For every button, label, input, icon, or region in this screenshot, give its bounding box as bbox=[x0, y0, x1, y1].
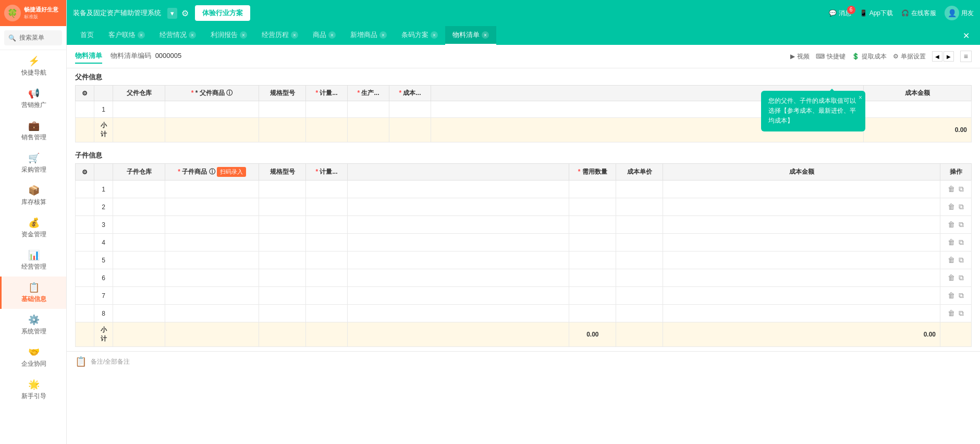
child-row6-delete-button[interactable]: 🗑 bbox=[947, 272, 956, 283]
sidebar-item-quick-nav[interactable]: ⚡ 快捷导航 bbox=[0, 50, 66, 82]
sidebar-item-sales[interactable]: 💼 销售管理 bbox=[0, 115, 66, 147]
child-row7-product[interactable] bbox=[165, 287, 259, 305]
child-row6-unit[interactable] bbox=[306, 269, 348, 287]
tooltip-close-button[interactable]: × bbox=[859, 93, 862, 103]
child-row5-copy-button[interactable]: ⧉ bbox=[958, 255, 965, 266]
tab-customers[interactable]: 客户联络 × bbox=[101, 26, 152, 45]
system-dropdown-button[interactable]: ▾ bbox=[167, 8, 177, 19]
tab-barcode-close[interactable]: × bbox=[431, 31, 438, 39]
parent-col-gear[interactable]: ⚙ bbox=[76, 86, 94, 101]
sidebar-item-finance[interactable]: 💰 资金管理 bbox=[0, 212, 66, 244]
child-row2-unitcost[interactable] bbox=[616, 198, 663, 216]
trial-button[interactable]: 体验行业方案 bbox=[195, 5, 250, 21]
child-row8-unit[interactable] bbox=[306, 305, 348, 322]
tab-customers-close[interactable]: × bbox=[138, 31, 145, 39]
child-row4-qty[interactable] bbox=[569, 234, 616, 251]
tab-bom-close[interactable]: × bbox=[482, 31, 489, 39]
sub-tab-bom-code[interactable]: 物料清单编码 0000005 bbox=[111, 49, 181, 64]
child-row5-warehouse[interactable] bbox=[113, 251, 165, 269]
child-row3-spec[interactable] bbox=[259, 216, 306, 234]
child-row2-warehouse[interactable] bbox=[113, 198, 165, 216]
child-row2-copy-button[interactable]: ⧉ bbox=[958, 201, 965, 212]
child-row6-product[interactable] bbox=[165, 269, 259, 287]
single-settings-action[interactable]: ⚙ 单据设置 bbox=[893, 52, 926, 61]
message-button[interactable]: 💬 消息 6 bbox=[829, 9, 851, 18]
tab-barcode[interactable]: 条码方案 × bbox=[394, 26, 445, 45]
child-row7-copy-button[interactable]: ⧉ bbox=[958, 290, 965, 301]
child-row8-spec[interactable] bbox=[259, 305, 306, 322]
child-row2-qty[interactable] bbox=[569, 198, 616, 216]
close-all-tabs-button[interactable]: ✕ bbox=[959, 29, 974, 43]
parent-row1-unit[interactable] bbox=[306, 101, 348, 118]
sub-tab-bom-list[interactable]: 物料清单 bbox=[75, 49, 102, 64]
child-row5-unit[interactable] bbox=[306, 251, 348, 269]
user-button[interactable]: 👤 用友 bbox=[945, 6, 974, 20]
sidebar-item-purchase[interactable]: 🛒 采购管理 bbox=[0, 147, 66, 179]
child-row3-unit[interactable] bbox=[306, 216, 348, 234]
child-row5-unitcost[interactable] bbox=[616, 251, 663, 269]
child-row1-copy-button[interactable]: ⧉ bbox=[958, 184, 965, 195]
parent-row1-product[interactable] bbox=[165, 101, 259, 118]
tab-history-close[interactable]: × bbox=[291, 31, 298, 39]
tab-next-button[interactable]: ▶ bbox=[944, 51, 954, 62]
parent-row1-spec[interactable] bbox=[259, 101, 306, 118]
child-row4-spec[interactable] bbox=[259, 234, 306, 251]
tab-operations[interactable]: 经营情况 × bbox=[152, 26, 203, 45]
app-download-button[interactable]: 📱 App下载 bbox=[860, 9, 893, 18]
child-col-gear[interactable]: ⚙ bbox=[76, 164, 94, 181]
child-row8-product[interactable] bbox=[165, 305, 259, 322]
search-menu-button[interactable]: 🔍 搜索菜单 bbox=[4, 30, 62, 45]
child-row6-spec[interactable] bbox=[259, 269, 306, 287]
child-row3-warehouse[interactable] bbox=[113, 216, 165, 234]
child-row3-qty[interactable] bbox=[569, 216, 616, 234]
child-row1-product[interactable] bbox=[165, 181, 259, 198]
tab-home[interactable]: 首页 bbox=[73, 26, 101, 45]
tab-profit-close[interactable]: × bbox=[240, 31, 247, 39]
tab-products[interactable]: 商品 × bbox=[305, 26, 343, 45]
child-row4-unitcost[interactable] bbox=[616, 234, 663, 251]
parent-row1-cost[interactable] bbox=[389, 101, 431, 118]
child-row1-spec[interactable] bbox=[259, 181, 306, 198]
child-row5-product[interactable] bbox=[165, 251, 259, 269]
child-row5-qty[interactable] bbox=[569, 251, 616, 269]
child-row4-unit[interactable] bbox=[306, 234, 348, 251]
tab-history[interactable]: 经营历程 × bbox=[254, 26, 305, 45]
sidebar-item-enterprise[interactable]: 🤝 企业协同 bbox=[0, 341, 66, 374]
child-row7-spec[interactable] bbox=[259, 287, 306, 305]
child-row7-warehouse[interactable] bbox=[113, 287, 165, 305]
tab-new-product[interactable]: 新增商品 × bbox=[343, 26, 394, 45]
child-row7-delete-button[interactable]: 🗑 bbox=[947, 290, 956, 301]
child-row3-unitcost[interactable] bbox=[616, 216, 663, 234]
cost-action[interactable]: 💲 提取成本 bbox=[852, 52, 887, 61]
child-row3-delete-button[interactable]: 🗑 bbox=[947, 219, 956, 230]
tab-products-close[interactable]: × bbox=[328, 31, 336, 39]
child-row4-product[interactable] bbox=[165, 234, 259, 251]
child-row8-unitcost[interactable] bbox=[616, 305, 663, 322]
parent-row1-prod[interactable] bbox=[348, 101, 389, 118]
child-row2-delete-button[interactable]: 🗑 bbox=[947, 201, 956, 212]
child-row2-unit[interactable] bbox=[306, 198, 348, 216]
hamburger-button[interactable]: ≡ bbox=[960, 51, 972, 62]
child-row5-delete-button[interactable]: 🗑 bbox=[947, 255, 956, 265]
sidebar-item-basic[interactable]: 📋 基础信息 bbox=[0, 277, 66, 309]
child-row8-warehouse[interactable] bbox=[113, 305, 165, 322]
child-row4-warehouse[interactable] bbox=[113, 234, 165, 251]
parent-row1-warehouse[interactable] bbox=[113, 101, 165, 118]
child-row1-qty[interactable] bbox=[569, 181, 616, 198]
child-row1-unitcost[interactable] bbox=[616, 181, 663, 198]
child-row3-product[interactable] bbox=[165, 216, 259, 234]
child-row6-qty[interactable] bbox=[569, 269, 616, 287]
settings-button[interactable]: ⚙ bbox=[179, 6, 191, 20]
child-row7-unitcost[interactable] bbox=[616, 287, 663, 305]
child-row2-product[interactable] bbox=[165, 198, 259, 216]
tab-prev-button[interactable]: ◀ bbox=[932, 51, 942, 62]
child-row6-unitcost[interactable] bbox=[616, 269, 663, 287]
tab-new-product-close[interactable]: × bbox=[379, 31, 387, 39]
child-row5-spec[interactable] bbox=[259, 251, 306, 269]
child-row1-warehouse[interactable] bbox=[113, 181, 165, 198]
tab-bom[interactable]: 物料清单 × bbox=[445, 26, 496, 45]
child-row1-unit[interactable] bbox=[306, 181, 348, 198]
sidebar-item-guide[interactable]: 🌟 新手引导 bbox=[0, 374, 66, 406]
child-row8-qty[interactable] bbox=[569, 305, 616, 322]
sidebar-item-inventory[interactable]: 📦 库存核算 bbox=[0, 179, 66, 212]
